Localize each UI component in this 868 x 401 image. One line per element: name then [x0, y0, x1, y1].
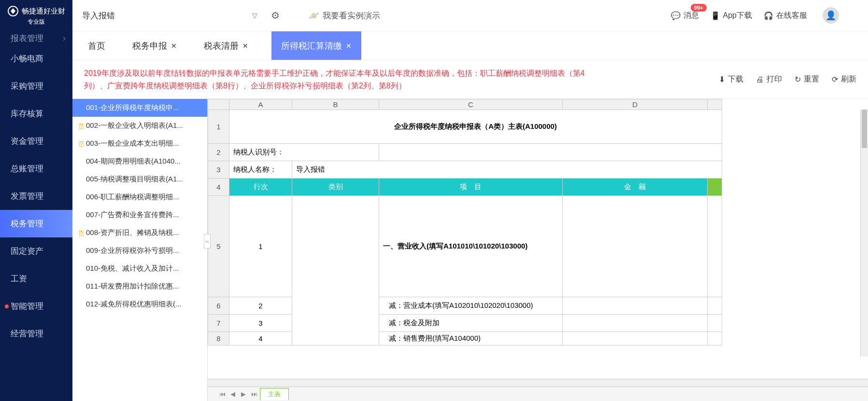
form-item-label: 005-纳税调整项目明细表(A1...: [86, 175, 183, 184]
app-download-button[interactable]: 📱 App下载: [711, 11, 752, 21]
cell-5-category[interactable]: [292, 196, 379, 346]
cell-taxpayer-name-value[interactable]: 导入报错: [292, 161, 722, 179]
sidebar-item-9[interactable]: 智能管理: [0, 292, 72, 320]
row-header-7[interactable]: 7: [208, 315, 229, 332]
form-list-item-9[interactable]: ⍰010-免税、减计收入及加计...: [72, 260, 207, 277]
cell-5-item[interactable]: 一、营业收入(填写A101010\101020\103000): [379, 196, 563, 297]
header-category[interactable]: 类别: [292, 179, 379, 196]
messages-badge: 99+: [691, 4, 707, 12]
form-list-item-4[interactable]: ⍰005-纳税调整项目明细表(A1...: [72, 170, 207, 188]
vertical-scrollbar[interactable]: [860, 110, 868, 357]
cell-8-extra[interactable]: [708, 332, 722, 346]
row-header-1[interactable]: 1: [208, 110, 229, 144]
col-header-c[interactable]: C: [379, 99, 563, 110]
messages-button[interactable]: 💬 消息 99+: [671, 11, 699, 21]
sheet-tab-main[interactable]: 主表: [260, 388, 289, 400]
sidebar-item-label: 小畅电商: [11, 53, 43, 64]
sidebar-item-6[interactable]: 税务管理: [0, 210, 72, 237]
header-amount[interactable]: 金 额: [563, 179, 708, 196]
cell-5-extra[interactable]: [708, 196, 722, 297]
support-button[interactable]: 🎧 在线客服: [764, 11, 807, 21]
row-header-8[interactable]: 8: [208, 332, 229, 346]
form-list-item-1[interactable]: ⍰002-一般企业收入明细表(A1...: [72, 117, 207, 135]
col-header-e[interactable]: [708, 99, 722, 110]
close-icon[interactable]: ✕: [346, 42, 352, 50]
cell-5-amount[interactable]: [563, 196, 708, 297]
chat-icon: 💬: [671, 11, 681, 20]
row-header-5[interactable]: 5: [208, 196, 229, 297]
close-icon[interactable]: ✕: [242, 42, 248, 50]
settings-gear-icon[interactable]: ⚙: [271, 10, 280, 21]
cell-7-extra[interactable]: [708, 315, 722, 332]
form-list-item-7[interactable]: ⍰008-资产折旧、摊销及纳税...: [72, 224, 207, 242]
sidebar-item-2[interactable]: 库存核算: [0, 100, 72, 127]
sheet-nav-last[interactable]: ⏭: [249, 390, 259, 398]
tab-2[interactable]: 税表清册✕: [200, 31, 252, 60]
form-list-item-11[interactable]: ⍰012-减免所得税优惠明细表(...: [72, 295, 207, 313]
print-button[interactable]: 🖨打印: [756, 74, 782, 84]
header-item[interactable]: 项 目: [379, 179, 563, 196]
cell-6-line[interactable]: 2: [229, 297, 292, 315]
cell-5-line[interactable]: 1: [229, 196, 292, 297]
cell-7-amount[interactable]: [563, 315, 708, 332]
row-header-4[interactable]: 4: [208, 179, 229, 196]
form-item-label: 004-期间费用明细表(A1040...: [86, 157, 181, 166]
sidebar-item-1[interactable]: 采购管理: [0, 72, 72, 100]
company-name: 导入报错: [82, 10, 115, 21]
col-header-b[interactable]: B: [292, 99, 379, 110]
sidebar-item-3[interactable]: 资金管理: [0, 127, 72, 155]
form-list-item-6[interactable]: ⍰007-广告费和业务宣传费跨...: [72, 206, 207, 224]
sidebar-item-7[interactable]: 固定资产: [0, 237, 72, 265]
refresh-button[interactable]: ⟳刷新: [832, 74, 856, 84]
horizontal-scrollbar[interactable]: [208, 379, 868, 387]
sidebar-item-8[interactable]: 工资: [0, 265, 72, 292]
cell-8-item[interactable]: 减：销售费用(填写A104000): [379, 332, 563, 346]
form-list-item-10[interactable]: ⍰011-研发费用加计扣除优惠...: [72, 277, 207, 295]
sheet-title[interactable]: 企业所得税年度纳税申报表（A类）主表(A100000): [229, 110, 722, 144]
cell-taxpayer-name-label[interactable]: 纳税人名称：: [229, 161, 292, 179]
row-header-6[interactable]: 6: [208, 297, 229, 315]
download-button[interactable]: ⬇下载: [719, 74, 743, 84]
sheet-nav-prev[interactable]: ◀: [228, 390, 238, 398]
user-avatar[interactable]: 👤: [823, 7, 839, 24]
cell-taxpayer-id-value[interactable]: [379, 144, 722, 161]
sidebar: 报表管理 小畅电商采购管理库存核算资金管理总账管理发票管理税务管理固定资产工资智…: [0, 31, 72, 401]
collapse-panel-button[interactable]: ‹‹: [204, 234, 211, 249]
sidebar-item-4[interactable]: 总账管理: [0, 155, 72, 182]
sheet-nav-next[interactable]: ▶: [239, 390, 248, 398]
demo-link[interactable]: 🪐 我要看实例演示: [309, 10, 380, 21]
brand-logo: 畅捷通好业财 专业版: [0, 0, 72, 31]
close-icon[interactable]: ✕: [171, 42, 177, 50]
form-list-item-2[interactable]: ⍰003-一般企业成本支出明细...: [72, 135, 207, 152]
sidebar-item-5[interactable]: 发票管理: [0, 182, 72, 210]
sheet-nav-first[interactable]: ⏮: [217, 390, 227, 398]
tab-1[interactable]: 税务申报✕: [128, 31, 181, 60]
cell-6-amount[interactable]: [563, 297, 708, 315]
header-extra[interactable]: [708, 179, 722, 196]
col-header-a[interactable]: A: [229, 99, 292, 110]
cell-8-line[interactable]: 4: [229, 332, 292, 346]
form-list-item-5[interactable]: ⍰006-职工薪酬纳税调整明细...: [72, 188, 207, 206]
sidebar-item-cut[interactable]: 报表管理: [0, 31, 72, 45]
form-list-item-3[interactable]: ⍰004-期间费用明细表(A1040...: [72, 152, 207, 170]
row-header-3[interactable]: 3: [208, 161, 229, 179]
sidebar-item-0[interactable]: 小畅电商: [0, 45, 72, 72]
company-selector[interactable]: 导入报错 ▽: [82, 10, 257, 21]
tab-3[interactable]: 所得税汇算清缴✕: [271, 31, 361, 60]
cell-taxpayer-id-label[interactable]: 纳税人识别号：: [229, 144, 379, 161]
cell-6-extra[interactable]: [708, 297, 722, 315]
col-header-d[interactable]: D: [563, 99, 708, 110]
spreadsheet[interactable]: A B C D 1 企业所得税年度纳税申报表（A类）主表(A100000) 2: [208, 99, 868, 379]
cell-7-line[interactable]: 3: [229, 315, 292, 332]
row-header-2[interactable]: 2: [208, 144, 229, 161]
form-list-item-0[interactable]: ⍰001-企业所得税年度纳税申...: [72, 99, 207, 117]
reset-button[interactable]: ↻重置: [795, 74, 819, 84]
cell-8-amount[interactable]: [563, 332, 708, 346]
header-line[interactable]: 行次: [229, 179, 292, 196]
corner-cell[interactable]: [208, 99, 229, 110]
cell-6-item[interactable]: 减：营业成本(填写A102010\102020\103000): [379, 297, 563, 315]
form-list-item-8[interactable]: ⍰009-企业所得税弥补亏损明...: [72, 242, 207, 260]
tab-0[interactable]: 首页: [84, 31, 109, 60]
cell-7-item[interactable]: 减：税金及附加: [379, 315, 563, 332]
sidebar-item-10[interactable]: 经营管理: [0, 320, 72, 347]
